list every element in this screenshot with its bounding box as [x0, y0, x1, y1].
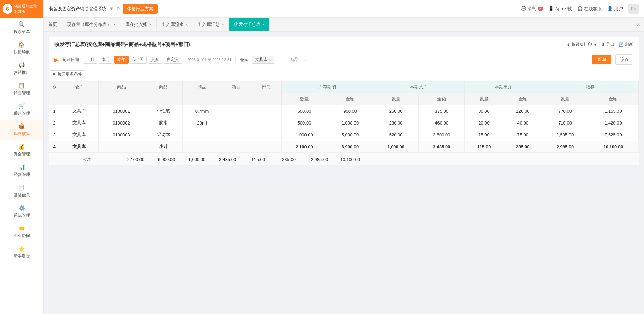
footer-balance-qty: 2,985.00 [304, 157, 335, 162]
sidebar-item-system[interactable]: ⚙️系统管理 [0, 201, 43, 222]
tab-close-recv-send[interactable]: × [263, 22, 265, 27]
cell-in-qty[interactable]: 520.00 [373, 129, 419, 141]
tab-batch[interactable]: 库存批次账× [120, 18, 156, 31]
sidebar-item-sales[interactable]: 📋销售管理 [0, 79, 43, 99]
tab-stock-dist[interactable]: 现存量（库存分布表）× [62, 18, 120, 31]
date-btn-本月[interactable]: 本月 [99, 56, 113, 64]
setting-btn[interactable]: 设置 [615, 54, 633, 65]
refresh-btn[interactable]: 🔄 刷新 [618, 42, 633, 47]
sidebar-item-marketing[interactable]: 📢营销推广 [0, 59, 43, 79]
sidebar-icon-search: 🔍 [18, 21, 25, 28]
cell-out-qty-link[interactable]: 20.00 [478, 120, 490, 126]
footer-label: 合计 [52, 156, 120, 162]
th-project: 项目 [221, 81, 251, 93]
page-title: 收发存汇总表(按仓库+商品编码+商品+规格型号+项目+部门) [54, 41, 190, 48]
cell-name: 中性笔 [144, 105, 183, 117]
table-row: 3文具库0100003采访本1,000.005,000.00520.002,60… [49, 129, 639, 141]
experience-btn[interactable]: 体验行业方案 [123, 4, 158, 14]
date-btn-上月[interactable]: 上月 [83, 56, 97, 64]
online-service-btn[interactable]: 🎧 在线客服 [577, 6, 602, 12]
footer-out-amt: 235.00 [274, 157, 304, 162]
cell-out-qty-link[interactable]: 15.00 [478, 132, 490, 137]
export-btn[interactable]: ⬇ 导出 [601, 42, 614, 47]
th2-open-amt: 金额 [327, 93, 373, 105]
sidebar-item-quick-nav[interactable]: 🏠快捷导航 [0, 38, 43, 59]
cell-balance-amt: 7,525.00 [588, 129, 638, 141]
cell-out-qty-link[interactable]: 115.00 [477, 144, 491, 149]
cell-open-qty: 1,000.00 [281, 129, 327, 141]
sidebar-label-purchase: 采购管理 [14, 111, 30, 116]
sidebar-item-enterprise[interactable]: 🤝企业协同 [0, 222, 43, 242]
th-out-group: 本期出库 [464, 81, 542, 93]
sidebar-item-finance[interactable]: 💰资金管理 [0, 140, 43, 161]
date-btn-更多[interactable]: 更多 [148, 56, 162, 64]
th-settings[interactable]: ⚙ [49, 81, 60, 93]
cell-in-qty[interactable]: 230.00 [373, 117, 419, 129]
tab-recv-send[interactable]: 收发存汇总表× [229, 18, 270, 31]
cell-out-qty[interactable]: 115.00 [464, 141, 503, 153]
sidebar-icon-purchase: 🛒 [18, 103, 25, 109]
cell-in-qty-link[interactable]: 1,000.00 [387, 144, 404, 149]
app-download-btn[interactable]: 📱 App下载 [548, 6, 572, 12]
sidebar-item-search[interactable]: 🔍搜索菜单 [0, 18, 43, 38]
sidebar-label-basic: 基础信息 [14, 192, 30, 198]
cell-out-amt: 75.00 [503, 129, 542, 141]
tab-inout-flow[interactable]: 出入库流水× [157, 18, 193, 31]
filter-collapse-btn[interactable]: ▶ [54, 56, 59, 63]
cell-no: 4 [49, 141, 60, 153]
th2-dept [251, 93, 281, 105]
warehouse-tag-close[interactable]: × [269, 57, 271, 62]
product-more-btn[interactable]: ... [302, 57, 306, 62]
message-btn[interactable]: 💬 消息 6 [521, 6, 543, 12]
query-btn[interactable]: 查询 [592, 55, 611, 64]
warehouse-label: 仓库 [240, 57, 248, 63]
user-btn[interactable]: 👤 用户 [607, 6, 623, 12]
message-icon: 💬 [521, 6, 526, 11]
sidebar-item-basic[interactable]: 📑基础信息 [0, 181, 43, 201]
cell-in-qty[interactable]: 250.00 [373, 105, 419, 117]
date-btn-本年[interactable]: 本年 [114, 56, 129, 64]
th2-code [98, 93, 144, 105]
chevron-down-icon: ▼ [593, 42, 597, 47]
tab-home[interactable]: 首页 [44, 18, 62, 31]
warehouse-tag[interactable]: 文具库 × [252, 56, 274, 64]
warehouse-more-btn[interactable]: ... [278, 57, 282, 62]
cell-out-qty[interactable]: 15.00 [464, 129, 503, 141]
print-icon: 🖨 [566, 42, 570, 47]
sidebar-label-system: 系统管理 [14, 213, 30, 218]
gear-icon[interactable]: ⚙ [116, 6, 120, 11]
tab-inout-summary[interactable]: 出入库汇总× [193, 18, 229, 31]
cell-in-qty[interactable]: 1,000.00 [373, 141, 419, 153]
sidebar-item-guide[interactable]: 🌟新手引导 [0, 242, 43, 263]
page-header: 收发存汇总表(按仓库+商品编码+商品+规格型号+项目+部门) 🖨 拆锁版打印 ▼… [49, 37, 639, 50]
sidebar-icon-system: ⚙️ [18, 205, 25, 211]
sidebar-item-operations[interactable]: 📊经营管理 [0, 161, 43, 181]
cell-out-qty[interactable]: 20.00 [464, 117, 503, 129]
tab-close-inout-summary[interactable]: × [222, 22, 224, 27]
table-row: 4文具库小计2,100.006,900.001,000.003,435.0011… [49, 141, 639, 153]
date-btn-近7天[interactable]: 近7天 [130, 56, 147, 64]
cell-out-qty[interactable]: 80.00 [464, 105, 503, 117]
date-btn-自定义[interactable]: 自定义 [164, 56, 182, 64]
cell-open-amt: 6,900.00 [327, 141, 373, 153]
tab-close-batch[interactable]: × [149, 22, 151, 27]
sidebar-icon-enterprise: 🤝 [18, 225, 25, 232]
filter-divider-1 [235, 56, 236, 63]
cell-in-qty-link[interactable]: 230.00 [389, 120, 403, 126]
th2-in-qty: 数量 [373, 93, 419, 105]
cell-in-qty-link[interactable]: 520.00 [389, 132, 403, 137]
close-all-tabs-btn[interactable]: × [633, 21, 644, 28]
message-badge: 6 [538, 7, 543, 11]
print-btn[interactable]: 🖨 拆锁版打印 ▼ [566, 42, 597, 47]
tab-close-inout-flow[interactable]: × [186, 22, 188, 27]
sidebar-label-operations: 经营管理 [14, 172, 30, 178]
sidebar-item-purchase[interactable]: 🛒采购管理 [0, 99, 43, 120]
sidebar-item-inventory[interactable]: 📦库存核算 [0, 120, 43, 140]
tab-close-stock-dist[interactable]: × [113, 22, 115, 27]
chevron-down-icon-expand: ▼ [52, 72, 56, 77]
cell-in-qty-link[interactable]: 250.00 [389, 109, 403, 114]
tab-label-batch: 库存批次账 [125, 21, 147, 28]
cell-out-qty-link[interactable]: 80.00 [478, 109, 490, 114]
expand-more-btn[interactable]: ▼ 展开更多条件 [49, 70, 85, 78]
table-wrap: ⚙ 仓库 商品 商品 商品 项目 部门 库存期初 本期入库 本期出库 结存 [49, 81, 639, 153]
